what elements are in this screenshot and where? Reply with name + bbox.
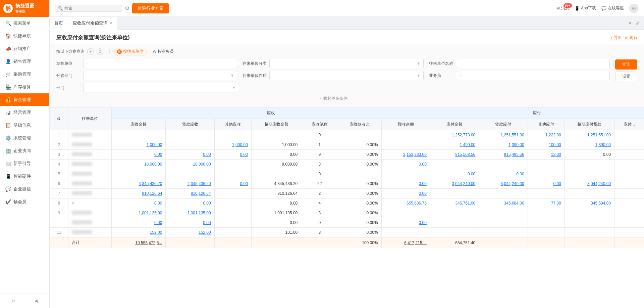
settings-gear-icon[interactable]: ⚙	[125, 5, 129, 11]
row-ar-amount-10[interactable]: 0.00	[112, 218, 166, 228]
sidebar-item-inventory[interactable]: 🏪 库存核算	[0, 81, 49, 93]
total-ap-amount: -654,751.40	[430, 237, 479, 248]
row-ar-prepay-4[interactable]: 0.00	[381, 160, 430, 169]
row-ar-prepay-3[interactable]: 2,153,333.00	[381, 150, 430, 160]
row-ar-other-3[interactable]: 0.00	[214, 150, 251, 160]
row-ar-loan-10[interactable]: 0.00	[166, 218, 214, 228]
row-ar-loan-6[interactable]: 4,345,436.20	[166, 179, 214, 189]
sidebar-item-wechat[interactable]: 💬 企业微信	[0, 183, 49, 195]
row-ap-overdue-2[interactable]: 1,390.00	[565, 140, 614, 150]
app-download-button[interactable]: 📱 App下载	[575, 5, 596, 11]
tab-close-icon[interactable]: ×	[110, 21, 112, 26]
row-ar-prepay-8[interactable]: 655,636.75	[381, 199, 430, 208]
row-ar-other-2[interactable]: 1,000.00	[214, 140, 251, 150]
row-ar-loan-7[interactable]: 810,126.64	[166, 189, 214, 199]
sidebar-setting-button[interactable]: ⚙	[3, 297, 23, 305]
user-avatar[interactable]: Rit	[629, 4, 639, 13]
row-ar-loan-8[interactable]: 0.00	[166, 199, 214, 208]
row-ap-overdue-8[interactable]: 345,684.00	[565, 199, 614, 208]
row-ar-loan-11[interactable]: 152.00	[166, 228, 214, 237]
row-ar-prepay-7[interactable]: 0.00	[381, 189, 430, 199]
sidebar-item-finance[interactable]: 💰 资金管理	[0, 93, 49, 106]
row-ap-loan-8[interactable]: 345,684.00	[479, 199, 528, 208]
row-ap-other-1[interactable]: 1,222.00	[528, 130, 565, 140]
partner-type-input[interactable]: ▼	[269, 59, 423, 68]
row-ar-other-6[interactable]: 0.00	[214, 179, 251, 189]
filter-setting-button[interactable]: ⊙	[97, 48, 103, 55]
dept-input[interactable]: ▼	[83, 71, 237, 80]
row-ar-prepay-10[interactable]: 0.00	[381, 218, 430, 228]
refresh-button[interactable]: ↺ 刷新	[625, 35, 637, 41]
sidebar-label-guide: 新手引导	[13, 161, 31, 167]
total-ar-amount[interactable]: 19,553,472,6...	[112, 237, 166, 248]
set-button[interactable]: 设置	[615, 72, 637, 81]
row-ap-amount-6[interactable]: 3,044,240.00	[430, 179, 479, 189]
close-all-icon[interactable]: ×	[627, 19, 633, 27]
row-ar-amount-11[interactable]: 152.00	[112, 228, 166, 237]
sidebar-item-purchase[interactable]: 🛒 采购管理	[0, 68, 49, 81]
row-ar-prepay-6[interactable]: 0.00	[381, 179, 430, 189]
tab-home[interactable]: 首页	[50, 17, 68, 30]
settlement-input[interactable]: ···	[83, 59, 237, 68]
row-ap-amount-1[interactable]: 1,252,773.00	[430, 130, 479, 140]
collapse-more-button[interactable]: ∧ 收起更多条件	[56, 94, 610, 103]
filter-scheme1[interactable]: 按 按往来单位	[113, 48, 147, 55]
row-ar-amount-2[interactable]: 1,000.00	[112, 140, 166, 150]
row-ap-loan-2[interactable]: 1,390.00	[479, 140, 528, 150]
sidebar-collapse-button[interactable]: ◀	[26, 297, 46, 305]
row-ap-overdue-6[interactable]: 3,044,240.00	[565, 179, 614, 189]
sidebar-item-marketing[interactable]: 📣 营销推广	[0, 42, 49, 55]
row-ar-amount-7[interactable]: 810,126.64	[112, 189, 166, 199]
solution-button[interactable]: 体验行业方案	[132, 3, 169, 13]
row-ap-loan-5[interactable]: 0.00	[479, 169, 528, 179]
partner-name-input[interactable]	[456, 59, 610, 68]
row-ar-amount-9[interactable]: 1,001,135.00	[112, 208, 166, 218]
sidebar-item-corp[interactable]: 🏢 企业协同	[0, 144, 49, 157]
topbar-search-area[interactable]: 🔍	[55, 5, 122, 12]
row-ap-amount-8[interactable]: 345,761.00	[430, 199, 479, 208]
row-ar-loan-4[interactable]: 18,000.00	[166, 160, 214, 169]
row-ap-amount-3[interactable]: 915,508.56	[430, 150, 479, 160]
row-ap-loan-3[interactable]: 915,495.56	[479, 150, 528, 160]
sidebar-item-search[interactable]: 🔍 搜索菜单	[0, 17, 49, 30]
sidebar-item-operation[interactable]: 📊 经营管理	[0, 106, 49, 119]
row-ap-other-8[interactable]: 77.00	[528, 199, 565, 208]
partner-nature-input[interactable]: ▼	[269, 71, 423, 80]
messages-button[interactable]: ✉ 消息 99+	[556, 5, 569, 11]
sidebar-item-member[interactable]: ✔️ 畅会员	[0, 195, 49, 208]
table-wrapper[interactable]: ⚙ 往来单位 应收 应付 应收金额 贷款应收 其他应收 超期应收金额 应收笔数 …	[50, 107, 644, 308]
th-settings[interactable]: ⚙	[50, 107, 68, 130]
row-ar-loan-3[interactable]: 0.00	[166, 150, 214, 160]
row-ar-loan-9[interactable]: 1,001,135.00	[166, 208, 214, 218]
row-ap-loan-1[interactable]: 1,251,551.00	[479, 130, 528, 140]
subdept-input[interactable]: ▼	[83, 83, 239, 92]
online-service-button[interactable]: 💬 在线客服	[601, 5, 624, 11]
query-button[interactable]: 查询	[615, 59, 637, 70]
row-ap-loan-6[interactable]: 3,044,240.00	[479, 179, 528, 189]
sidebar-item-quicknav[interactable]: 🏠 快捷导航	[0, 30, 49, 42]
sidebar-item-system[interactable]: ⚙️ 系统管理	[0, 132, 49, 144]
tab-receivables[interactable]: 应收应付余额查询 ×	[68, 17, 117, 30]
row-ap-other-6[interactable]: 0.00	[528, 179, 565, 189]
row-ar-amount-4[interactable]: 18,000.00	[112, 160, 166, 169]
total-ar-prepay[interactable]: 6,417,215....	[381, 237, 430, 248]
salesperson-input[interactable]: ···	[456, 71, 610, 80]
sidebar-item-sales[interactable]: 👤 销售管理	[0, 55, 49, 68]
row-ar-amount-6[interactable]: 4,345,436.20	[112, 179, 166, 189]
topbar-search-input[interactable]	[64, 6, 115, 11]
row-ap-overdue-1[interactable]: 1,251,551.00	[565, 130, 614, 140]
row-ap-amount-5[interactable]: 0.00	[430, 169, 479, 179]
row-ap-other-3[interactable]: 13.00	[528, 150, 565, 160]
export-button[interactable]: ↑ 导出	[610, 35, 622, 41]
row-ap-amount-2[interactable]: 1,490.00	[430, 140, 479, 150]
row-ar-amount-3[interactable]: 0.00	[112, 150, 166, 160]
row-ar-amount-8[interactable]: 0.00	[112, 199, 166, 208]
expand-icon[interactable]: ⤢	[634, 19, 641, 27]
filter-collapse-left-button[interactable]: 《	[106, 49, 111, 55]
sidebar-item-guide[interactable]: 📖 新手引导	[0, 157, 49, 170]
filter-add-button[interactable]: +	[87, 48, 94, 55]
sidebar-item-hardware[interactable]: 📱 智能硬件	[0, 170, 49, 183]
sidebar-item-basic[interactable]: 📋 基础信息	[0, 119, 49, 132]
filter-scheme2[interactable]: ⊙ 按业务员	[150, 48, 177, 55]
row-ap-other-2[interactable]: 100.00	[528, 140, 565, 150]
